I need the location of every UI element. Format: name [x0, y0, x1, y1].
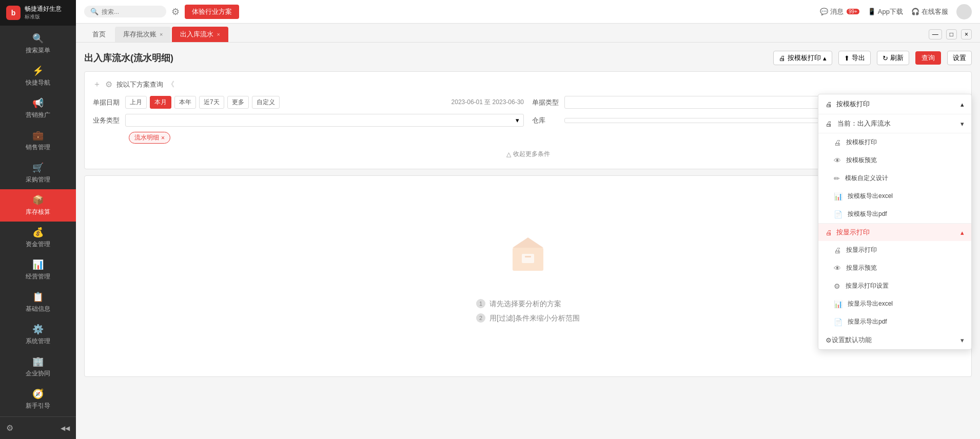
display-print-settings-icon: ⚙ — [834, 282, 840, 290]
active-filter-tag[interactable]: 流水明细 × — [129, 132, 170, 144]
sales-icon: 💼 — [32, 130, 44, 141]
topbar-search-input[interactable] — [102, 8, 153, 15]
current-icon: 🖨 — [826, 120, 832, 128]
dropdown-item-display-print-settings[interactable]: ⚙按显示打印设置 — [818, 277, 971, 295]
topbar-search[interactable]: 🔍 — [84, 6, 166, 17]
app-download-btn[interactable]: 📱 App下载 — [868, 7, 903, 16]
page-content: 出入库流水(流水明细) 🖨 按模板打印 ⬆ 导出 ↻ 刷新 查询 设置 — [76, 43, 980, 439]
dropdown-footer[interactable]: ⚙ 设置默认功能 — [818, 331, 971, 349]
online-service-btn[interactable]: 🎧 在线客服 — [911, 7, 948, 16]
dropdown-item-display-preview[interactable]: 👁按显示预览 — [818, 259, 971, 277]
print-template-btn[interactable]: 🖨 按模板打印 — [773, 51, 832, 65]
sidebar-item-label: 资金管理 — [26, 240, 50, 249]
page-actions: 🖨 按模板打印 ⬆ 导出 ↻ 刷新 查询 设置 — [773, 51, 972, 65]
refresh-btn[interactable]: ↻ 刷新 — [877, 51, 909, 65]
dropdown-collapse-icon[interactable] — [961, 101, 964, 108]
sidebar-item-enterprise[interactable]: 🏢企业协同 — [0, 351, 76, 383]
dropdown-item-display-print[interactable]: 🖨按显示打印 — [818, 241, 971, 259]
tab-close-batch-account[interactable]: × — [160, 31, 163, 37]
add-condition-btn[interactable]: ＋ — [93, 79, 101, 90]
dropdown-item-display-export-pdf[interactable]: 📄按显示导出pdf — [818, 313, 971, 331]
dropdown-item-template-customize[interactable]: ✏模板自定义设计 — [818, 169, 971, 187]
sidebar-item-inventory[interactable]: 📦库存核算 — [0, 189, 76, 222]
export-btn[interactable]: ⬆ 导出 — [838, 51, 871, 65]
sidebar-item-quick-nav[interactable]: ⚡快捷导航 — [0, 60, 76, 92]
settings-btn[interactable]: 设置 — [947, 51, 972, 65]
dropdown-current-item[interactable]: 🖨 当前：出入库流水 — [818, 114, 971, 133]
sidebar-item-operation[interactable]: 📊经营管理 — [0, 254, 76, 286]
date-range-display: 2023-06-01 至 2023-06-30 — [452, 98, 524, 107]
search-icon: 🔍 — [32, 33, 44, 44]
sidebar-item-search[interactable]: 🔍搜索菜单 — [0, 28, 76, 60]
display-export-pdf-label: 按显示导出pdf — [848, 317, 887, 326]
dropdown-display-group-header[interactable]: 🖨按显示打印 — [818, 224, 971, 241]
settings-gear-icon[interactable]: ⚙ — [171, 6, 180, 17]
inventory-icon: 📦 — [32, 194, 44, 206]
date-btn-1[interactable]: 本月 — [150, 96, 171, 109]
sidebar-item-guide[interactable]: 🧭新手引导 — [0, 383, 76, 415]
message-btn[interactable]: 💬 消息 99+ — [820, 7, 859, 16]
export-label: 导出 — [852, 53, 865, 63]
collapse-label: 收起更多条件 — [513, 150, 550, 158]
chevron-up-icon — [823, 54, 827, 62]
sidebar-item-label: 营销推广 — [26, 111, 50, 119]
marketing-icon: 📢 — [32, 97, 44, 109]
topbar-right: 💬 消息 99+ 📱 App下载 🎧 在线客服 — [820, 4, 972, 19]
collapse-panel-btn[interactable]: 《 — [167, 80, 174, 89]
tip-text-1: 请先选择要分析的方案 — [489, 296, 561, 311]
sidebar-item-basic-info[interactable]: 📋基础信息 — [0, 286, 76, 318]
sidebar-item-marketing[interactable]: 📢营销推广 — [0, 92, 76, 125]
sidebar-item-system[interactable]: ⚙️系统管理 — [0, 318, 76, 351]
settings-condition-btn[interactable]: ⚙ — [105, 79, 112, 89]
sidebar-item-finance[interactable]: 💰资金管理 — [0, 222, 76, 254]
display-export-excel-icon: 📊 — [834, 300, 842, 308]
biz-type-select[interactable]: ▾ — [125, 114, 524, 127]
tab-home[interactable]: 首页 — [84, 27, 114, 42]
date-label: 单据日期 — [93, 98, 121, 107]
operation-icon: 📊 — [32, 259, 44, 270]
dropdown-item-display-export-excel[interactable]: 📊按显示导出excel — [818, 295, 971, 313]
svg-rect-3 — [525, 256, 531, 257]
app-download-label: App下载 — [878, 7, 903, 16]
print-dropdown-panel: 🖨 按模板打印 🖨 当前：出入库流水 🖨按模板打印👁按模板预览✏模板自定义设计📊… — [818, 94, 972, 350]
tab-flow[interactable]: 出入库流水× — [172, 27, 228, 42]
app-version: 标准版 — [25, 13, 62, 21]
date-btn-5[interactable]: 自定义 — [252, 96, 280, 109]
sidebar-item-label: 系统管理 — [26, 337, 50, 346]
main-area: 🔍 ⚙ 体验行业方案 💬 消息 99+ 📱 App下载 🎧 在线客服 — [76, 0, 980, 439]
sidebar-item-purchase[interactable]: 🛒采购管理 — [0, 157, 76, 189]
tabs-maximize-btn[interactable]: □ — [946, 29, 957, 39]
dropdown-item-template-export-excel[interactable]: 📊按模板导出excel — [818, 187, 971, 205]
dropdown-current: 🖨 当前：出入库流水 — [818, 114, 971, 133]
collapse-icon[interactable]: ◀◀ — [61, 425, 70, 432]
dropdown-item-template-export-pdf[interactable]: 📄按模板导出pdf — [818, 205, 971, 223]
tip-text-2: 用[过滤]条件来缩小分析范围 — [489, 311, 580, 325]
tip-item-2: 2 用[过滤]条件来缩小分析范围 — [476, 311, 580, 325]
date-btn-3[interactable]: 近7天 — [199, 96, 224, 109]
tag-remove-icon[interactable]: × — [161, 134, 165, 142]
query-btn[interactable]: 查询 — [915, 51, 941, 65]
tab-batch-account[interactable]: 库存批次账× — [115, 27, 171, 42]
tab-close-flow[interactable]: × — [217, 31, 220, 37]
display-group-label: 按显示打印 — [836, 228, 870, 237]
dropdown-item-template-print[interactable]: 🖨按模板打印 — [818, 133, 971, 151]
date-btn-2[interactable]: 本年 — [174, 96, 196, 109]
dropdown-header-label: 按模板打印 — [836, 99, 870, 109]
dropdown-item-template-preview[interactable]: 👁按模板预览 — [818, 151, 971, 169]
settings-icon[interactable]: ⚙ — [6, 423, 13, 433]
biz-type-label: 业务类型 — [93, 116, 121, 125]
tabs-minimize-btn[interactable]: — — [929, 29, 942, 39]
sidebar-item-label: 搜索菜单 — [26, 46, 50, 55]
date-btn-4[interactable]: 更多 — [227, 96, 249, 109]
sidebar-item-sales[interactable]: 💼销售管理 — [0, 125, 76, 157]
tab-label-home: 首页 — [92, 30, 106, 39]
tabs-close-btn[interactable]: × — [961, 29, 972, 39]
date-btn-0[interactable]: 上月 — [125, 96, 147, 109]
user-avatar[interactable] — [956, 4, 972, 19]
industry-btn[interactable]: 体验行业方案 — [185, 5, 239, 19]
sidebar-item-label: 采购管理 — [26, 175, 50, 184]
dropdown-current-label: 当前：出入库流水 — [837, 119, 891, 128]
biz-type-field: 业务类型 ▾ — [93, 114, 524, 127]
guide-icon: 🧭 — [32, 388, 44, 400]
topbar-left: 🔍 ⚙ 体验行业方案 — [84, 5, 239, 19]
